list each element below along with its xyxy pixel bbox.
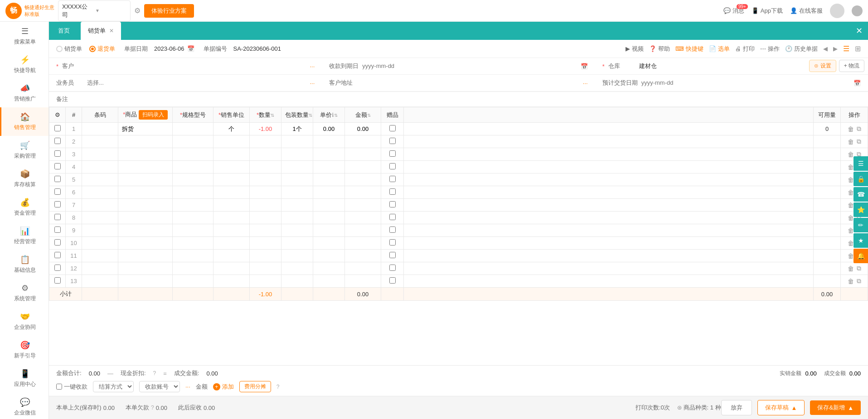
- save-draft-button[interactable]: 保存草稿 ▲: [757, 400, 805, 415]
- row-amount-0[interactable]: [345, 123, 381, 135]
- app-download-button[interactable]: 📱 App下载: [752, 7, 783, 15]
- row-product-10[interactable]: [118, 250, 173, 262]
- row-qty-7[interactable]: [250, 212, 281, 224]
- account-more-icon[interactable]: ···: [185, 383, 190, 390]
- row-desc-5[interactable]: [404, 186, 814, 199]
- row-spec-4[interactable]: [173, 173, 213, 186]
- row-delete-5[interactable]: 🗑: [848, 189, 854, 196]
- row-pkg-1[interactable]: [281, 135, 313, 148]
- row-qty-11[interactable]: [250, 262, 281, 275]
- settings-button[interactable]: ⊙ 设置: [809, 60, 836, 72]
- customer-more-icon[interactable]: ···: [310, 63, 315, 70]
- row-amount-8[interactable]: [345, 224, 381, 237]
- row-pkg-4[interactable]: [281, 173, 313, 186]
- delivery-date-input[interactable]: [641, 78, 850, 87]
- row-copy-11[interactable]: ⧉: [857, 265, 861, 272]
- row-product-8[interactable]: [118, 224, 173, 237]
- float-btn-1[interactable]: ☰: [853, 156, 868, 171]
- row-pkg-2[interactable]: [281, 148, 313, 161]
- radio-return[interactable]: 退货单: [89, 45, 115, 53]
- operation-button[interactable]: ⋯ 操作: [760, 45, 780, 53]
- float-btn-6[interactable]: ★: [853, 233, 868, 248]
- account-select[interactable]: 收款账号: [139, 381, 180, 392]
- row-settings-12[interactable]: [49, 275, 66, 288]
- row-settings-6[interactable]: [49, 199, 66, 212]
- row-unit-0[interactable]: [213, 123, 250, 135]
- save-new-button[interactable]: 保存&新增 ▲: [810, 400, 861, 415]
- video-button[interactable]: ▶ 视频: [626, 45, 644, 53]
- row-product-1[interactable]: [118, 135, 173, 148]
- scan-button[interactable]: 扫码录入: [139, 110, 168, 120]
- row-delete-3[interactable]: 🗑: [848, 164, 854, 171]
- row-gift-4[interactable]: [381, 173, 404, 186]
- row-qty-8[interactable]: [250, 224, 281, 237]
- row-desc-8[interactable]: [404, 224, 814, 237]
- shortcut-button[interactable]: ⌨ 快捷键: [675, 45, 703, 53]
- row-qty-1[interactable]: [250, 135, 281, 148]
- float-btn-4[interactable]: ⭐: [853, 202, 868, 217]
- row-copy-12[interactable]: ⧉: [857, 277, 861, 285]
- row-qty-12[interactable]: [250, 275, 281, 288]
- row-gift-6[interactable]: [381, 199, 404, 212]
- list-view-icon[interactable]: ☰: [843, 44, 849, 53]
- sidebar-item-wecom[interactable]: 💬 企业微信: [0, 393, 48, 419]
- sidebar-item-system[interactable]: ⚙ 系统管理: [0, 279, 48, 307]
- sidebar-item-quick-nav[interactable]: ⚡ 快捷导航: [0, 50, 48, 79]
- row-gift-12[interactable]: [381, 275, 404, 288]
- row-amount-4[interactable]: [345, 173, 381, 186]
- customer-addr-more-icon[interactable]: ···: [583, 80, 588, 87]
- row-price-9[interactable]: [313, 237, 345, 250]
- radio-sale[interactable]: 销货单: [56, 45, 82, 53]
- row-qty-10[interactable]: [250, 250, 281, 262]
- row-settings-11[interactable]: [49, 262, 66, 275]
- row-settings-9[interactable]: [49, 237, 66, 250]
- row-gift-9[interactable]: [381, 237, 404, 250]
- row-barcode-9[interactable]: [82, 237, 118, 250]
- row-delete-11[interactable]: 🗑: [848, 265, 854, 272]
- online-service-button[interactable]: 👤 在线客服: [790, 7, 823, 15]
- row-price-6[interactable]: [313, 199, 345, 212]
- tab-close-icon[interactable]: ✕: [109, 28, 114, 34]
- row-unit-5[interactable]: [213, 186, 250, 199]
- row-settings-4[interactable]: [49, 173, 66, 186]
- sidebar-item-marketing[interactable]: 📣 营销推广: [0, 79, 48, 107]
- avatar-extra[interactable]: [852, 5, 863, 16]
- close-all-tabs-icon[interactable]: ✕: [856, 26, 863, 35]
- row-spec-12[interactable]: [173, 275, 213, 288]
- row-price-3[interactable]: [313, 161, 345, 173]
- row-desc-10[interactable]: [404, 250, 814, 262]
- row-delete-4[interactable]: 🗑: [848, 176, 854, 183]
- row-product-12[interactable]: [118, 275, 173, 288]
- row-spec-9[interactable]: [173, 237, 213, 250]
- one-click-pay-check[interactable]: [56, 384, 62, 390]
- row-amount-12[interactable]: [345, 275, 381, 288]
- help-button[interactable]: ❓ 帮助: [649, 45, 670, 53]
- sidebar-item-purchase[interactable]: 🛒 采购管理: [0, 136, 48, 164]
- row-settings-8[interactable]: [49, 224, 66, 237]
- owed-info-icon[interactable]: ?: [151, 405, 154, 411]
- row-amount-3[interactable]: [345, 161, 381, 173]
- row-delete-10[interactable]: 🗑: [848, 252, 854, 260]
- row-settings-10[interactable]: [49, 250, 66, 262]
- nav-prev-icon[interactable]: ◀: [823, 45, 828, 52]
- row-barcode-3[interactable]: [82, 161, 118, 173]
- row-barcode-7[interactable]: [82, 212, 118, 224]
- row-spec-10[interactable]: [173, 250, 213, 262]
- row-settings-5[interactable]: [49, 186, 66, 199]
- row-delete-0[interactable]: 🗑: [848, 125, 854, 133]
- row-barcode-10[interactable]: [82, 250, 118, 262]
- row-product-9[interactable]: [118, 237, 173, 250]
- row-spec-5[interactable]: [173, 186, 213, 199]
- float-btn-5[interactable]: ✏: [853, 218, 868, 232]
- sidebar-item-enterprise[interactable]: 🤝 企业协同: [0, 307, 48, 336]
- row-unit-6[interactable]: [213, 199, 250, 212]
- row-qty-9[interactable]: [250, 237, 281, 250]
- row-settings-3[interactable]: [49, 161, 66, 173]
- row-barcode-2[interactable]: [82, 148, 118, 161]
- row-price-2[interactable]: [313, 148, 345, 161]
- row-unit-3[interactable]: [213, 161, 250, 173]
- row-delete-9[interactable]: 🗑: [848, 240, 854, 247]
- row-unit-9[interactable]: [213, 237, 250, 250]
- row-spec-11[interactable]: [173, 262, 213, 275]
- row-product-6[interactable]: [118, 199, 173, 212]
